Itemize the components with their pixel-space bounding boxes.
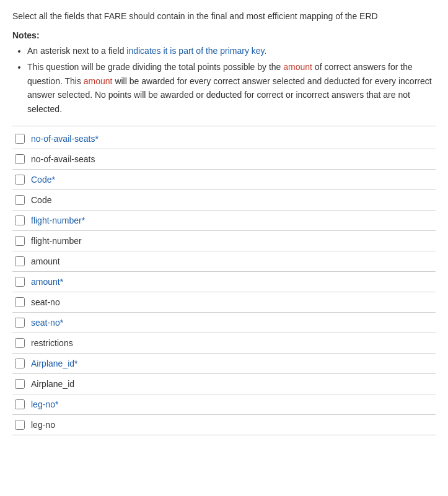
option-label-opt8[interactable]: amount* [31, 277, 63, 287]
checkbox-opt14[interactable] [15, 399, 25, 409]
option-row-6: flight-number [12, 231, 436, 251]
notes-label: Notes: [12, 30, 436, 40]
option-row-11: restrictions [12, 333, 436, 354]
checkbox-opt13[interactable] [15, 379, 25, 389]
checkbox-opt7[interactable] [15, 256, 25, 266]
note1-highlight: indicates it is part of the primary key. [126, 46, 266, 56]
note2-plain1: This question will be grade dividing the… [27, 62, 283, 72]
notes-list: An asterisk next to a field indicates it… [12, 44, 436, 116]
option-label-opt5[interactable]: flight-number* [31, 215, 85, 225]
option-row-9: seat-no [12, 292, 436, 313]
checkbox-opt2[interactable] [15, 154, 25, 164]
option-row-5: flight-number* [12, 211, 436, 231]
option-label-opt4[interactable]: Code [31, 195, 51, 205]
checkbox-opt3[interactable] [15, 175, 25, 185]
option-row-14: leg-no* [12, 394, 436, 415]
option-row-15: leg-no [12, 415, 436, 435]
checkbox-opt4[interactable] [15, 195, 25, 205]
note1-plain: An asterisk next to a field [27, 46, 126, 56]
option-row-10: seat-no* [12, 313, 436, 333]
checkbox-opt9[interactable] [15, 297, 25, 307]
option-row-12: Airplane_id* [12, 354, 436, 374]
option-row-8: amount* [12, 272, 436, 292]
checkbox-opt6[interactable] [15, 236, 25, 246]
option-label-opt10[interactable]: seat-no* [31, 318, 63, 328]
top-divider [12, 126, 436, 126]
checkbox-opt11[interactable] [15, 338, 25, 348]
checkbox-opt10[interactable] [15, 318, 25, 328]
option-label-opt1[interactable]: no-of-avail-seats* [31, 134, 99, 144]
checkbox-opt12[interactable] [15, 359, 25, 368]
option-label-opt2[interactable]: no-of-avail-seats [31, 154, 95, 164]
option-label-opt12[interactable]: Airplane_id* [31, 359, 78, 368]
option-row-2: no-of-avail-seats [12, 149, 436, 170]
instruction-text: Select all the fields that FARE should c… [12, 10, 436, 23]
note2-highlight1: amount [283, 62, 312, 72]
note-item-2: This question will be grade dividing the… [27, 60, 436, 116]
note-item-1: An asterisk next to a field indicates it… [27, 44, 436, 58]
option-row-7: amount [12, 251, 436, 272]
option-row-3: Code* [12, 170, 436, 190]
option-label-opt14[interactable]: leg-no* [31, 399, 58, 409]
option-row-13: Airplane_id [12, 374, 436, 394]
option-label-opt7[interactable]: amount [31, 256, 60, 266]
option-row-4: Code [12, 190, 436, 211]
option-row-1: no-of-avail-seats* [12, 129, 436, 149]
option-label-opt15[interactable]: leg-no [31, 420, 55, 430]
checkbox-opt1[interactable] [15, 134, 25, 144]
options-container: no-of-avail-seats*no-of-avail-seatsCode*… [12, 129, 436, 435]
option-label-opt3[interactable]: Code* [31, 175, 55, 185]
option-label-opt13[interactable]: Airplane_id [31, 379, 74, 389]
note2-highlight2: amount [84, 76, 113, 86]
checkbox-opt8[interactable] [15, 277, 25, 287]
checkbox-opt5[interactable] [15, 215, 25, 225]
checkbox-opt15[interactable] [15, 420, 25, 430]
option-label-opt9[interactable]: seat-no [31, 297, 60, 307]
option-label-opt11[interactable]: restrictions [31, 338, 73, 348]
option-label-opt6[interactable]: flight-number [31, 236, 82, 246]
